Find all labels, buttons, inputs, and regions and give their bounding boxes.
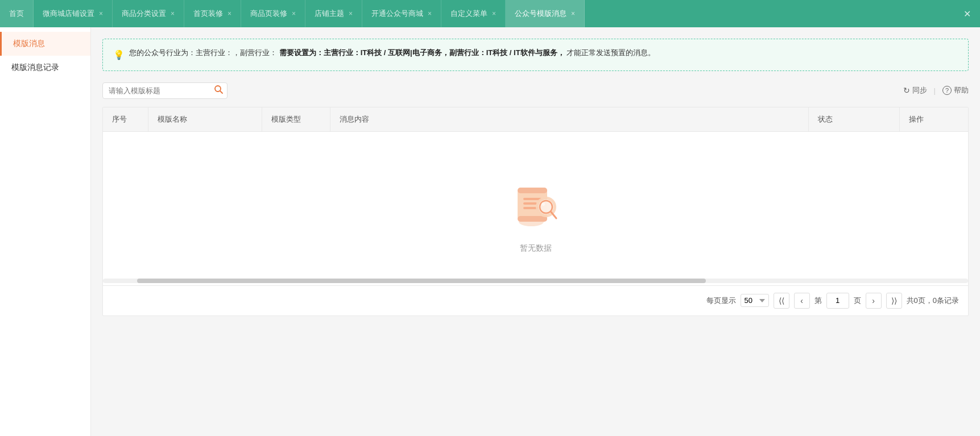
th-action: 操作 bbox=[900, 107, 968, 131]
sync-icon: ↻ bbox=[903, 86, 910, 95]
tab-theme-close[interactable]: × bbox=[349, 10, 353, 18]
search-icon bbox=[214, 85, 223, 94]
help-icon: ? bbox=[942, 86, 952, 95]
notice-text-after: 才能正常发送预置的消息。 bbox=[567, 48, 655, 57]
svg-point-13 bbox=[541, 202, 545, 206]
main-content: 💡 您的公众号行业为：主营行业：，副营行业： 需要设置为：主营行业：IT科技 /… bbox=[91, 27, 980, 436]
search-input[interactable] bbox=[102, 82, 228, 99]
svg-line-1 bbox=[220, 91, 222, 93]
main-layout: 模版消息 模版消息记录 💡 您的公众号行业为：主营行业：，副营行业： 需要设置为… bbox=[0, 27, 980, 436]
th-seq: 序号 bbox=[103, 107, 148, 131]
total-label: 共0页，0条记录 bbox=[907, 296, 959, 306]
sidebar-item-template-msg-record[interactable]: 模版消息记录 bbox=[0, 56, 90, 80]
svg-rect-7 bbox=[523, 202, 537, 205]
tab-custommenu[interactable]: 自定义菜单 × bbox=[441, 0, 506, 27]
tab-category[interactable]: 商品分类设置 × bbox=[113, 0, 184, 27]
page-first-button[interactable]: ⟨⟨ bbox=[774, 293, 789, 309]
page-size-select[interactable]: 10 20 50 100 bbox=[741, 294, 769, 307]
top-nav: 首页 微商城店铺设置 × 商品分类设置 × 首页装修 × 商品页装修 × 店铺主… bbox=[0, 0, 980, 27]
close-all-button[interactable]: ✕ bbox=[954, 9, 980, 19]
sidebar-item-template-msg[interactable]: 模版消息 bbox=[0, 32, 90, 56]
tab-custommenu-close[interactable]: × bbox=[492, 10, 496, 18]
tab-category-label: 商品分类设置 bbox=[122, 9, 166, 19]
sidebar: 模版消息 模版消息记录 bbox=[0, 27, 91, 436]
tab-category-close[interactable]: × bbox=[171, 10, 175, 18]
search-input-wrap bbox=[102, 82, 228, 99]
empty-illustration bbox=[502, 166, 570, 234]
tab-productpage[interactable]: 商品页装修 × bbox=[241, 0, 305, 27]
notice-text-highlight: 需要设置为：主营行业：IT科技 / 互联网|电子商务，副营行业：IT科技 / I… bbox=[279, 48, 565, 57]
tab-homepage-label: 首页装修 bbox=[193, 9, 223, 19]
page-number-input[interactable] bbox=[826, 293, 849, 309]
table-header: 序号 模版名称 模版类型 消息内容 状态 操作 bbox=[103, 107, 968, 132]
empty-state: 暂无数据 bbox=[103, 132, 968, 276]
search-bar: ↻ 同步 | ? 帮助 bbox=[102, 82, 969, 99]
tab-productpage-close[interactable]: × bbox=[292, 10, 296, 18]
tab-templatemsg-close[interactable]: × bbox=[571, 10, 575, 18]
sync-button[interactable]: ↻ 同步 bbox=[903, 85, 927, 95]
toolbar-divider: | bbox=[934, 86, 936, 95]
page-label-after: 页 bbox=[854, 296, 861, 306]
tab-openchannel[interactable]: 开通公众号商城 × bbox=[362, 0, 441, 27]
search-button[interactable] bbox=[214, 85, 223, 96]
sidebar-item-template-msg-record-label: 模版消息记录 bbox=[11, 63, 59, 72]
tab-home-label: 首页 bbox=[9, 9, 24, 19]
th-status: 状态 bbox=[809, 107, 900, 131]
tab-custommenu-label: 自定义菜单 bbox=[450, 9, 487, 19]
tab-homepage-close[interactable]: × bbox=[228, 10, 231, 18]
th-type: 模版类型 bbox=[262, 107, 330, 131]
svg-rect-5 bbox=[518, 216, 547, 222]
notice-text: 您的公众号行业为：主营行业：，副营行业： 需要设置为：主营行业：IT科技 / 互… bbox=[129, 47, 655, 59]
page-size-label: 每页显示 bbox=[706, 296, 736, 306]
empty-text: 暂无数据 bbox=[520, 243, 552, 254]
tab-theme[interactable]: 店铺主题 × bbox=[305, 0, 362, 27]
tab-productpage-label: 商品页装修 bbox=[250, 9, 287, 19]
horizontal-scrollbar[interactable] bbox=[103, 279, 968, 283]
scrollbar-thumb[interactable] bbox=[137, 279, 706, 283]
tab-theme-label: 店铺主题 bbox=[315, 9, 344, 19]
pagination-bar: 每页显示 10 20 50 100 ⟨⟨ ‹ 第 页 › ⟩⟩ 共0页，0条记录 bbox=[103, 285, 968, 315]
page-label-before: 第 bbox=[814, 296, 822, 306]
tab-templatemsg-label: 公众号模版消息 bbox=[515, 9, 567, 19]
tab-openchannel-close[interactable]: × bbox=[428, 10, 432, 18]
sync-label: 同步 bbox=[912, 85, 927, 95]
tab-weshop-label: 微商城店铺设置 bbox=[43, 9, 94, 19]
notice-icon: 💡 bbox=[113, 48, 125, 63]
help-label: 帮助 bbox=[954, 85, 969, 95]
tab-home[interactable]: 首页 bbox=[0, 0, 34, 27]
page-prev-button[interactable]: ‹ bbox=[794, 293, 810, 309]
svg-rect-4 bbox=[518, 188, 547, 193]
th-content: 消息内容 bbox=[330, 107, 809, 131]
table-wrap: 序号 模版名称 模版类型 消息内容 状态 操作 bbox=[102, 107, 969, 316]
notice-box: 💡 您的公众号行业为：主营行业：，副营行业： 需要设置为：主营行业：IT科技 /… bbox=[102, 39, 969, 71]
tab-weshop-close[interactable]: × bbox=[99, 10, 103, 18]
th-name: 模版名称 bbox=[148, 107, 262, 131]
toolbar-right: ↻ 同步 | ? 帮助 bbox=[903, 85, 969, 95]
help-button[interactable]: ? 帮助 bbox=[942, 85, 969, 95]
tab-openchannel-label: 开通公众号商城 bbox=[371, 9, 423, 19]
tab-weshop[interactable]: 微商城店铺设置 × bbox=[34, 0, 113, 27]
tab-homepage[interactable]: 首页装修 × bbox=[184, 0, 241, 27]
notice-text-before: 您的公众号行业为：主营行业：，副营行业： bbox=[129, 48, 277, 57]
sidebar-item-template-msg-label: 模版消息 bbox=[13, 39, 45, 48]
page-last-button[interactable]: ⟩⟩ bbox=[886, 293, 902, 309]
tab-templatemsg[interactable]: 公众号模版消息 × bbox=[506, 0, 585, 27]
page-next-button[interactable]: › bbox=[866, 293, 882, 309]
